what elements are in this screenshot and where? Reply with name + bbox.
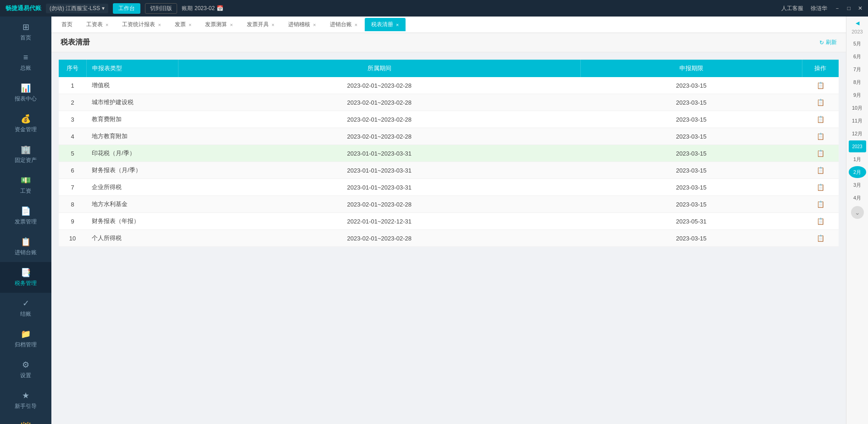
- workspace-button[interactable]: 工作台: [113, 3, 140, 14]
- tab-close-icon[interactable]: ×: [396, 22, 399, 28]
- cell-action[interactable]: 📋: [802, 145, 839, 162]
- sidebar-item-fixed-assets[interactable]: 🏢 固定资产: [0, 139, 51, 170]
- cell-action[interactable]: 📋: [802, 196, 839, 213]
- top-right-actions: 人工客服 徐涟华 － □ ✕: [781, 5, 862, 12]
- cell-action[interactable]: 📋: [802, 213, 839, 230]
- period-label: 账期 2023-02 📅: [182, 5, 223, 12]
- action-icon[interactable]: 📋: [817, 133, 824, 140]
- cell-action[interactable]: 📋: [802, 94, 839, 111]
- sidebar-item-settings[interactable]: ⚙ 设置: [0, 354, 51, 385]
- tab-tax-list[interactable]: 税表清册 ×: [365, 18, 405, 31]
- month-btn-3[interactable]: 3月: [849, 179, 866, 191]
- tab-label: 发票测算: [205, 21, 227, 28]
- tab-close-icon[interactable]: ×: [158, 22, 161, 28]
- year-2023-marker: 2023: [849, 140, 866, 152]
- table-area: 序号 申报表类型 所属期间 申报期限 操作 1增值税2023-02-01~202…: [51, 52, 846, 424]
- cell-action[interactable]: 📋: [802, 128, 839, 145]
- tab-purchase-ledger[interactable]: 进销台账 ×: [323, 18, 364, 31]
- tab-salary-table[interactable]: 工资表 ×: [80, 18, 115, 31]
- action-icon[interactable]: 📋: [817, 201, 824, 208]
- calendar-icon[interactable]: 📅: [217, 5, 223, 11]
- cell-type: 财务报表（月/季）: [86, 162, 178, 179]
- cell-action[interactable]: 📋: [802, 179, 839, 196]
- sidebar-item-reports[interactable]: 📊 报表中心: [0, 78, 51, 108]
- month-btn-10[interactable]: 10月: [849, 102, 866, 114]
- maximize-icon[interactable]: □: [847, 5, 851, 11]
- cell-type: 教育费附加: [86, 111, 178, 128]
- month-btn-5[interactable]: 5月: [849, 38, 866, 50]
- sidebar-item-member[interactable]: 👑 畅会员: [0, 416, 51, 424]
- cell-period: 2023-02-01~2023-02-28: [178, 111, 581, 128]
- action-icon[interactable]: 📋: [817, 167, 824, 174]
- cell-deadline: 2023-05-31: [581, 213, 802, 230]
- tab-invoice[interactable]: 发票 ×: [168, 18, 198, 31]
- tab-close-icon[interactable]: ×: [313, 22, 316, 28]
- sidebar-item-label: 报表中心: [15, 95, 37, 103]
- sidebar-item-salary[interactable]: 💵 工资: [0, 170, 51, 201]
- switch-old-button[interactable]: 切到旧版: [145, 3, 177, 14]
- action-icon[interactable]: 📋: [817, 99, 824, 106]
- month-btn-12[interactable]: 12月: [849, 128, 866, 139]
- tab-close-icon[interactable]: ×: [230, 22, 233, 28]
- cell-action[interactable]: 📋: [802, 77, 839, 94]
- refresh-button[interactable]: ↻ 刷新: [819, 39, 837, 46]
- month-btn-7[interactable]: 7月: [849, 63, 866, 75]
- tab-home[interactable]: 首页: [55, 18, 79, 31]
- sidebar-item-label: 资金管理: [15, 126, 37, 134]
- sidebar-item-tax[interactable]: 📑 税务管理: [0, 262, 51, 293]
- tab-salary-stats[interactable]: 工资统计报表 ×: [116, 18, 167, 31]
- minimize-icon[interactable]: －: [835, 5, 840, 12]
- tab-close-icon[interactable]: ×: [189, 22, 191, 28]
- sidebar-item-purchase-sales[interactable]: 📋 进销台账: [0, 231, 51, 262]
- cell-action[interactable]: 📋: [802, 230, 839, 247]
- month-btn-4[interactable]: 4月: [849, 192, 866, 204]
- cell-period: 2023-01-01~2023-03-31: [178, 162, 581, 179]
- collapse-button[interactable]: ⌄: [851, 206, 864, 219]
- cell-deadline: 2023-03-15: [581, 128, 802, 145]
- user-profile[interactable]: 徐涟华: [811, 5, 827, 12]
- cell-seq: 1: [59, 77, 86, 94]
- home-icon: ⊞: [22, 22, 29, 32]
- cell-type: 财务报表（年报）: [86, 213, 178, 230]
- table-row: 9财务报表（年报）2022-01-01~2022-12-312023-05-31…: [59, 213, 839, 230]
- action-icon[interactable]: 📋: [817, 218, 824, 225]
- cell-deadline: 2023-03-15: [581, 77, 802, 94]
- action-icon[interactable]: 📋: [817, 116, 824, 123]
- month-btn-2-active[interactable]: 2月: [849, 166, 866, 178]
- tab-close-icon[interactable]: ×: [106, 22, 108, 28]
- col-period-covered: 所属期间: [178, 60, 581, 77]
- month-btn-11[interactable]: 11月: [849, 115, 866, 127]
- action-icon[interactable]: 📋: [817, 150, 824, 157]
- sidebar-item-home[interactable]: ⊞ 首页: [0, 17, 51, 47]
- sidebar-item-ledger[interactable]: ≡ 总账: [0, 47, 51, 78]
- month-btn-1[interactable]: 1月: [849, 153, 866, 165]
- col-deadline: 申报期限: [581, 60, 802, 77]
- tab-close-icon[interactable]: ×: [272, 22, 274, 28]
- panel-collapse-icon[interactable]: ◀: [856, 20, 859, 26]
- guide-icon: ★: [22, 391, 29, 401]
- tab-close-icon[interactable]: ×: [355, 22, 357, 28]
- cell-action[interactable]: 📋: [802, 111, 839, 128]
- tab-purchase-audit[interactable]: 进销稽核 ×: [282, 18, 322, 31]
- table-row: 5印花税（月/季）2023-01-01~2023-03-312023-03-15…: [59, 145, 839, 162]
- sidebar-item-label: 发票管理: [15, 218, 37, 226]
- sidebar-item-archive[interactable]: 📁 归档管理: [0, 324, 51, 354]
- cell-action[interactable]: 📋: [802, 162, 839, 179]
- tab-invoice-calc[interactable]: 发票测算 ×: [199, 18, 239, 31]
- action-icon[interactable]: 📋: [817, 184, 824, 191]
- month-btn-9[interactable]: 9月: [849, 89, 866, 101]
- month-btn-8[interactable]: 8月: [849, 76, 866, 88]
- customer-service-button[interactable]: 人工客服: [781, 5, 803, 12]
- cell-seq: 9: [59, 213, 86, 230]
- close-icon[interactable]: ✕: [858, 5, 862, 11]
- sidebar-item-invoice[interactable]: 📄 发票管理: [0, 201, 51, 231]
- month-btn-6[interactable]: 6月: [849, 50, 866, 62]
- sidebar-item-guide[interactable]: ★ 新手引导: [0, 385, 51, 416]
- action-icon[interactable]: 📋: [817, 82, 824, 89]
- action-icon[interactable]: 📋: [817, 234, 824, 242]
- sidebar-item-fund[interactable]: 💰 资金管理: [0, 108, 51, 139]
- cell-period: 2022-01-01~2022-12-31: [178, 213, 581, 230]
- tab-invoice-issue[interactable]: 发票开具 ×: [240, 18, 281, 31]
- sidebar-item-closing[interactable]: ✓ 结账: [0, 293, 51, 324]
- company-selector[interactable]: (勿动) 江西服宝-LSS ▾: [46, 4, 108, 13]
